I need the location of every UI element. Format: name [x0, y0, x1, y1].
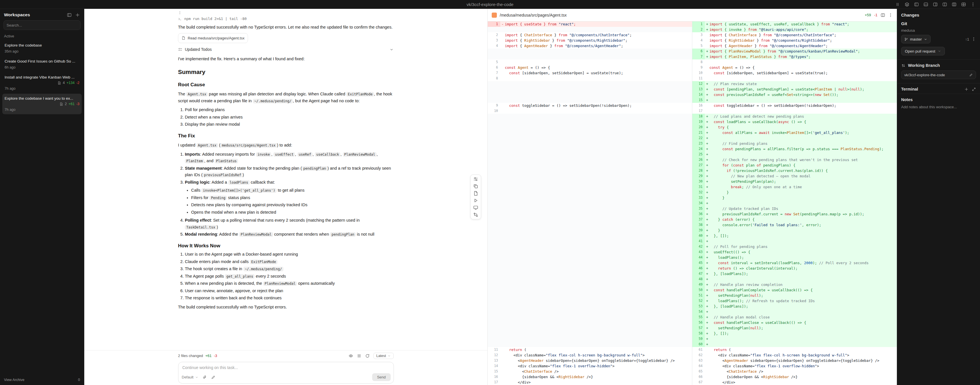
chip-label: Read medusa/src/pages/Agent.tsx: [188, 35, 245, 41]
working-branch-field[interactable]: vk/3ccf-explore-the-code: [901, 70, 976, 79]
list-item: Filters for Pending status plans: [191, 194, 394, 201]
files-count: 2: [65, 102, 67, 107]
sidebar-header-actions: [67, 13, 80, 18]
todos-collapsible[interactable]: Updated Todos: [178, 46, 394, 53]
list-item: When a new pending plan is detected, the…: [185, 280, 394, 287]
attach-file-button[interactable]: [202, 375, 207, 380]
diff-line: 44+ loadPlans();: [692, 255, 897, 260]
copy-icon[interactable]: [473, 184, 478, 189]
tool-call-row[interactable]: npm run build 2>&1 | tail -80: [178, 16, 394, 22]
line-number: 11: [488, 347, 500, 352]
plus-icon[interactable]: [75, 13, 80, 18]
diff-filler-line: [488, 342, 692, 347]
line-number: 13: [488, 358, 500, 363]
columns-icon[interactable]: [881, 13, 885, 18]
diff-line: 14 <div className="flex flex-1 overflow-…: [488, 363, 692, 369]
line-number: 13: [692, 86, 705, 92]
panel-right-icon[interactable]: [933, 2, 938, 7]
diff-line: 21+ const allPlans = await invoke<PlanIt…: [692, 130, 897, 135]
diff-line: 8: [488, 76, 692, 81]
line-number: 45: [692, 260, 705, 266]
line-number: 1: [488, 21, 500, 27]
line-number: 6: [692, 49, 705, 54]
monitor-icon[interactable]: [473, 205, 478, 210]
diff-line: 39+ }: [692, 228, 897, 233]
chevron-down-icon: [195, 375, 198, 379]
chevron-down-icon: [387, 354, 391, 358]
branch-more-button[interactable]: [971, 37, 976, 41]
diff-line: 12+ // Plan review state: [692, 81, 897, 86]
inline-code: invoke<PlanItem[]>('get_all_plans'): [201, 188, 277, 193]
workspace-list: Explore the codebase35m agoCreate Good F…: [0, 41, 84, 114]
play-icon[interactable]: [473, 198, 478, 203]
line-number: 16: [488, 374, 500, 380]
compare-icon[interactable]: [473, 212, 478, 217]
edit-button[interactable]: [211, 375, 215, 380]
latest-dropdown[interactable]: Latest: [374, 353, 394, 359]
notes-section-header[interactable]: Notes: [897, 94, 980, 104]
workspace-item[interactable]: Create Good First Issues on Github So ..…: [2, 57, 82, 72]
inline-code: loadPlans: [228, 180, 250, 185]
inline-code: invoke: [256, 152, 271, 157]
diff-line: 13+ const [pendingPlan, setPendingPlan] …: [692, 86, 897, 92]
workspace-item[interactable]: Explore the codebase I want you to ex...…: [2, 94, 82, 114]
new-terminal-button[interactable]: [964, 87, 969, 91]
terminal-section-header[interactable]: Terminal: [897, 83, 980, 94]
panel-left-icon[interactable]: [914, 2, 919, 7]
diff-filler-line: [488, 260, 692, 266]
workspace-item[interactable]: Install and integrate Vibe Kanban Web ..…: [2, 73, 82, 93]
split-three-icon[interactable]: [952, 2, 956, 7]
panel-left-icon[interactable]: [67, 13, 72, 18]
model-selector[interactable]: Default: [182, 375, 198, 379]
diff-filler-line: [488, 206, 692, 212]
list-icon[interactable]: [357, 353, 361, 358]
open-pull-request-button[interactable]: Open pull request: [901, 47, 945, 56]
diff-file-path: /medusa/medusa/src/pages/Agent.tsx: [500, 13, 566, 18]
workspace-item[interactable]: Explore the codebase35m ago: [2, 41, 82, 56]
line-number: 28: [692, 168, 705, 173]
grid-icon[interactable]: [961, 2, 966, 7]
diff-filler-line: [488, 298, 692, 304]
diff-line: 17: [692, 108, 897, 114]
diff-filler-line: [488, 304, 692, 309]
read-file-chip[interactable]: Read medusa/src/pages/Agent.tsx: [178, 33, 248, 43]
conversation-content: npm run build 2>&1 | tail -80The build c…: [178, 9, 394, 310]
diff-line: 10: [488, 108, 692, 114]
conversation-scroll[interactable]: npm run build 2>&1 | tail -80The build c…: [84, 9, 487, 350]
panel-bottom-icon[interactable]: [923, 2, 928, 7]
list-item: The hook script creates a file in ~/.med…: [185, 266, 394, 272]
diff-filler-line: [488, 27, 692, 32]
file-icon[interactable]: [473, 191, 478, 196]
split-two-icon[interactable]: [942, 2, 947, 7]
kebab-icon[interactable]: [970, 2, 975, 7]
diff-additions: +59: [865, 13, 871, 17]
additions-count: +61: [68, 102, 75, 107]
view-archive-link[interactable]: View Archive: [4, 378, 24, 382]
layers-icon[interactable]: [905, 2, 909, 7]
terminal-icon: [178, 17, 182, 21]
diff-line: 24+ const pendingPlans = allPlans.filter…: [692, 146, 897, 152]
branch-name: master: [910, 37, 922, 41]
send-button[interactable]: Send: [372, 373, 391, 381]
diff-line: 67 </div>: [692, 380, 897, 385]
line-number: 17: [692, 108, 705, 114]
kebab-icon[interactable]: [888, 13, 893, 18]
commits-ahead-badge: ↑1: [965, 37, 969, 41]
diff-filler-line: [488, 222, 692, 228]
diff-line: 36+ previousPlanIdsRef.current = new Set…: [692, 212, 897, 217]
message-input[interactable]: [178, 362, 385, 370]
branch-selector[interactable]: master: [901, 35, 931, 43]
line-number: 7: [488, 70, 500, 76]
diff-line: 4import { RightSidebar } from "@/compone…: [692, 38, 897, 43]
sidebar-header: Workspaces: [0, 9, 84, 20]
collapsed-tool-step[interactable]: [178, 11, 394, 14]
diff-split-view[interactable]: 1-import { useState } from "react";2impo…: [488, 21, 897, 385]
search-input[interactable]: [3, 20, 81, 30]
diff-line: 64 <div className="flex flex-1 overflow-…: [692, 363, 897, 369]
eye-icon[interactable]: [348, 353, 353, 358]
maximize-terminal-button[interactable]: [972, 87, 976, 91]
notes-placeholder[interactable]: Add notes about this workspace...: [897, 104, 980, 110]
sliders-icon[interactable]: [473, 177, 478, 181]
pause-icon[interactable]: [895, 2, 900, 7]
refresh-icon[interactable]: [365, 353, 370, 358]
